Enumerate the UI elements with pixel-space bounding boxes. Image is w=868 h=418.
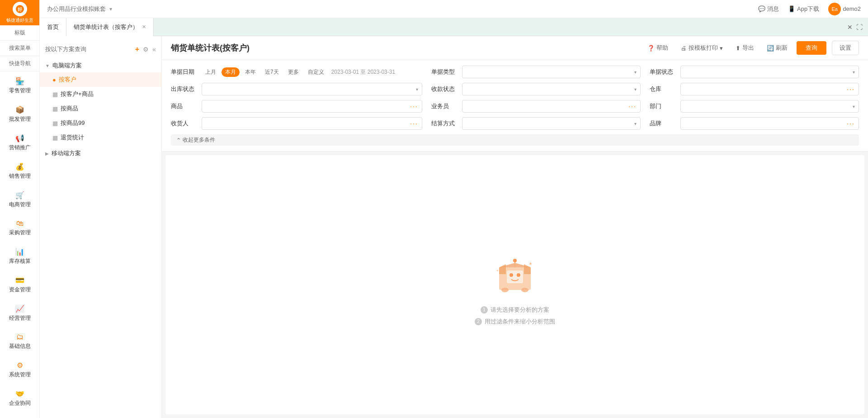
filter-salesperson: 业务员 ··· bbox=[431, 100, 641, 113]
empty-hint-2: 2 用过滤条件来缩小分析范围 bbox=[475, 318, 555, 326]
print-dropdown-icon[interactable]: ▾ bbox=[720, 45, 723, 52]
hint-num-2: 2 bbox=[475, 318, 482, 325]
svg-point-4 bbox=[509, 273, 513, 277]
plan-item-by-customer[interactable]: ● 按客户 bbox=[40, 72, 161, 87]
goods-control[interactable]: ··· bbox=[202, 100, 422, 113]
date-tab-custom[interactable]: 自定义 bbox=[304, 67, 328, 77]
refresh-icon: 🔄 bbox=[767, 45, 774, 52]
date-tab-last-month[interactable]: 上月 bbox=[202, 67, 220, 77]
goods-dots: ··· bbox=[410, 103, 418, 110]
goods-99-label: 按商品99 bbox=[61, 119, 85, 127]
sidebar-quick-nav[interactable]: 搜索菜单 bbox=[0, 41, 39, 56]
page-actions: ❓ 帮助 🖨 按模板打印 ▾ ⬆ 导出 🔄 刷新 bbox=[644, 41, 859, 55]
sidebar-item-ecommerce[interactable]: 🛒 电商管理 bbox=[0, 185, 39, 214]
sidebar-item-basic[interactable]: 🗂 基础信息 bbox=[0, 328, 39, 356]
collapse-label: 收起更多条件 bbox=[183, 136, 215, 144]
collapse-panel-icon[interactable]: « bbox=[152, 46, 156, 53]
export-btn[interactable]: ⬆ 导出 bbox=[732, 42, 758, 54]
logo-text: 畅捷通好生意 bbox=[6, 17, 33, 24]
sidebar-search[interactable]: 标版 bbox=[0, 25, 39, 41]
department-control[interactable]: ▾ bbox=[680, 100, 859, 113]
brand-label: 品牌 bbox=[650, 119, 677, 128]
sidebar-item-marketing[interactable]: 📢 营销推广 bbox=[0, 128, 39, 157]
query-btn[interactable]: 查询 bbox=[797, 41, 826, 55]
tab-home[interactable]: 首页 bbox=[40, 18, 66, 36]
sidebar-item-system[interactable]: ⚙ 系统管理 bbox=[0, 356, 39, 384]
brand-control[interactable]: ··· bbox=[680, 117, 859, 130]
add-plan-icon[interactable]: + bbox=[135, 45, 139, 53]
basic-icon: 🗂 bbox=[16, 333, 24, 341]
settlement-control[interactable]: ▾ bbox=[462, 117, 641, 130]
sidebar-item-finance[interactable]: 💳 资金管理 bbox=[0, 271, 39, 299]
avatar-text: Ea bbox=[832, 6, 838, 12]
help-btn[interactable]: ❓ 帮助 bbox=[644, 42, 672, 54]
plan-item-customer-goods[interactable]: ▦ 按客户+商品 bbox=[40, 87, 161, 101]
receiver-control[interactable]: ··· bbox=[202, 117, 422, 130]
sidebar-item-purchase[interactable]: 🛍 采购管理 bbox=[0, 214, 39, 242]
print-btn[interactable]: 🖨 按模板打印 ▾ bbox=[677, 42, 726, 54]
return-stat-label: 退货统计 bbox=[61, 133, 84, 142]
setting-btn[interactable]: 设置 bbox=[832, 41, 859, 55]
order-status-control[interactable]: ▾ bbox=[680, 66, 859, 78]
window-close-icon[interactable]: ✕ bbox=[847, 24, 853, 31]
tab-sales-stat[interactable]: 销货单统计表（按客户） ✕ bbox=[66, 18, 154, 36]
settings-plan-icon[interactable]: ⚙ bbox=[143, 46, 149, 53]
sidebar-item-enterprise[interactable]: 🤝 企业协同 bbox=[0, 384, 39, 413]
top-header-title: 办公用品行业模拟账套 bbox=[47, 5, 106, 13]
wholesale-label: 批发管理 bbox=[9, 115, 31, 123]
plan-group-pc-header[interactable]: ▼ 电脑端方案 bbox=[40, 59, 161, 72]
sidebar-item-wholesale[interactable]: 📦 批发管理 bbox=[0, 100, 39, 128]
order-type-control[interactable]: ▾ bbox=[462, 66, 641, 78]
header-dropdown-icon[interactable]: ▾ bbox=[109, 6, 112, 12]
tab-close-icon[interactable]: ✕ bbox=[142, 24, 146, 30]
salesperson-control[interactable]: ··· bbox=[462, 100, 641, 113]
tab-bar: 首页 销货单统计表（按客户） ✕ ✕ ⛶ bbox=[40, 18, 868, 36]
refresh-label: 刷新 bbox=[776, 44, 788, 52]
app-download-btn[interactable]: 📱 App下载 bbox=[788, 5, 819, 13]
user-info[interactable]: Ea demo2 bbox=[828, 3, 861, 15]
plan-item-return-stat[interactable]: ▦ 退货统计 bbox=[40, 130, 161, 145]
date-tab-this-year[interactable]: 本年 bbox=[241, 67, 259, 77]
date-tab-this-month[interactable]: 本月 bbox=[222, 67, 240, 77]
export-icon: ⬆ bbox=[736, 45, 741, 52]
svg-text:✦: ✦ bbox=[496, 269, 499, 273]
refresh-btn[interactable]: 🔄 刷新 bbox=[763, 42, 791, 54]
sidebar-item-retail[interactable]: 🏪 零售管理 bbox=[0, 71, 39, 100]
app-download-label: App下载 bbox=[797, 5, 819, 13]
purchase-icon: 🛍 bbox=[16, 219, 24, 228]
plan-item-goods-99[interactable]: ▦ 按商品99 bbox=[40, 116, 161, 130]
message-btn[interactable]: 💬 消息 bbox=[758, 5, 779, 13]
left-panel-header: 按以下方案查询 + ⚙ « bbox=[40, 42, 161, 57]
sidebar-item-sales[interactable]: 💰 销售管理 bbox=[0, 157, 39, 185]
filter-order-type: 单据类型 ▾ bbox=[431, 66, 641, 78]
sidebar-item-operations[interactable]: 📈 经营管理 bbox=[0, 299, 39, 328]
collapse-btn[interactable]: ⌃ 收起更多条件 bbox=[171, 134, 859, 146]
shortcut-label: 快捷导航 bbox=[9, 60, 31, 66]
plan-group-mobile: ▶ 移动端方案 bbox=[40, 147, 161, 160]
page-title: 销货单统计表(按客户) bbox=[171, 43, 250, 53]
plan-group-mobile-header[interactable]: ▶ 移动端方案 bbox=[40, 147, 161, 160]
operations-label: 经营管理 bbox=[9, 314, 31, 322]
system-icon: ⚙ bbox=[17, 361, 23, 370]
filter-brand: 品牌 ··· bbox=[650, 117, 859, 130]
payment-status-control[interactable]: ▾ bbox=[462, 83, 641, 95]
top-header-left: 办公用品行业模拟账套 ▾ bbox=[47, 5, 112, 13]
out-status-control[interactable]: ▾ bbox=[202, 83, 422, 95]
payment-status-label: 收款状态 bbox=[431, 85, 458, 93]
window-expand-icon[interactable]: ⛶ bbox=[856, 24, 863, 31]
sidebar-item-newbie[interactable]: 🎯 新手引导 bbox=[0, 413, 39, 418]
enterprise-label: 企业协同 bbox=[9, 399, 31, 407]
department-chevron: ▾ bbox=[853, 104, 855, 109]
plan-item-by-goods[interactable]: ▦ 按商品 bbox=[40, 101, 161, 116]
svg-point-8 bbox=[501, 288, 509, 292]
sidebar-logo[interactable]: 好 畅捷通好生意 bbox=[0, 0, 40, 25]
left-panel: 按以下方案查询 + ⚙ « ▼ 电脑端方案 ● 按客户 ▦ bbox=[40, 36, 162, 418]
date-tab-last-7[interactable]: 近7天 bbox=[261, 67, 283, 77]
message-icon: 💬 bbox=[758, 5, 765, 12]
warehouse-control[interactable]: ··· bbox=[680, 83, 859, 95]
filter-row-3: 商品 ··· 业务员 ··· bbox=[171, 100, 859, 113]
sidebar-shortcut[interactable]: 快捷导航 bbox=[0, 56, 39, 71]
settlement-chevron: ▾ bbox=[634, 121, 637, 126]
sidebar-item-inventory[interactable]: 📊 库存核算 bbox=[0, 242, 39, 271]
date-tab-more[interactable]: 更多 bbox=[284, 67, 302, 77]
